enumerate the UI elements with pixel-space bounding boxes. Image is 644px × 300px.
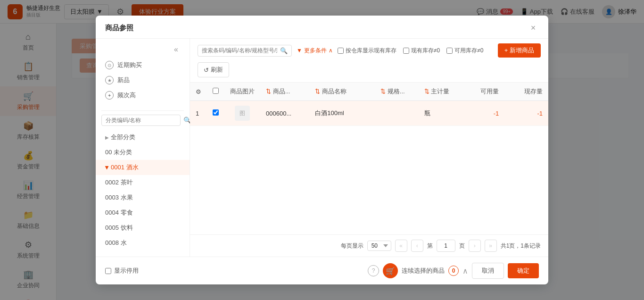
- row-unit: 瓶: [419, 101, 461, 126]
- category-item-all[interactable]: ▶ 全部分类: [96, 130, 190, 145]
- sort-icon-spec: ⇅: [380, 88, 386, 95]
- product-search-box: 🔍: [198, 45, 292, 57]
- product-reference-modal: 商品参照 × « ⊙ 近期购买 ★ 新品: [96, 16, 548, 284]
- page-number-input[interactable]: [437, 240, 455, 252]
- quick-item-frequent[interactable]: ✦ 频次高: [101, 88, 184, 103]
- category-item-0003[interactable]: 0003 水果: [96, 190, 190, 205]
- category-search-input[interactable]: [101, 115, 181, 126]
- show-disabled-checkbox[interactable]: 显示停用: [105, 267, 139, 275]
- last-page-button[interactable]: »: [485, 240, 497, 252]
- th-stock: 现存量: [504, 83, 548, 101]
- row-available: -1: [461, 101, 505, 126]
- collapse-cart-button[interactable]: ∧: [462, 267, 468, 275]
- recent-icon: ⊙: [105, 61, 114, 69]
- modal-overlay: 商品参照 × « ⊙ 近期购买 ★ 新品: [0, 0, 644, 300]
- page-size-select[interactable]: 50 10 20 100: [367, 241, 391, 251]
- category-search-row: 🔍: [96, 115, 190, 126]
- new-icon: ★: [105, 76, 114, 84]
- right-panel: 🔍 ▼ 更多条件 ∧ 按仓库显示现有库存 现: [190, 39, 548, 257]
- category-list: ▶ 全部分类 00 未分类 ▶ 0001 酒水 0002 茶叶 0003 水果: [96, 130, 190, 252]
- filter-icon: ▼: [297, 47, 302, 54]
- table-header-row: ⚙ 商品图片 ⇅ 商品...: [190, 83, 548, 101]
- th-available: 可用量: [461, 83, 505, 101]
- modal-footer: 显示停用 ? 🛒 连续选择的商品 0 ∧ 取消 确定: [96, 257, 548, 284]
- product-search-input[interactable]: [202, 47, 277, 54]
- prev-page-button[interactable]: ‹: [411, 240, 423, 252]
- quick-item-new[interactable]: ★ 新品: [101, 73, 184, 88]
- sort-icon-code: ⇅: [266, 88, 271, 95]
- category-item-0008[interactable]: 0008 水: [96, 235, 190, 250]
- modal-body: « ⊙ 近期购买 ★ 新品 ✦ 频次高: [96, 39, 548, 257]
- row-stock: -1: [504, 101, 548, 126]
- row-spec: [375, 101, 419, 126]
- th-checkbox: [207, 83, 224, 101]
- category-item-0004[interactable]: 0004 零食: [96, 205, 190, 220]
- checkbox-by-warehouse-input[interactable]: [338, 48, 344, 54]
- confirm-button[interactable]: 确定: [508, 263, 539, 278]
- th-image: 商品图片: [224, 83, 260, 101]
- cart-area: 🛒 连续选择的商品 0 ∧: [383, 263, 468, 278]
- divider: [101, 110, 184, 111]
- cart-icon[interactable]: 🛒: [383, 263, 398, 278]
- arrow-icon-all: ▶: [105, 135, 109, 140]
- checkbox-available[interactable]: 可用库存≠0: [446, 47, 483, 55]
- row-checkbox[interactable]: [207, 101, 224, 126]
- continuous-select-label: 连续选择的商品: [402, 267, 445, 275]
- product-table: ⚙ 商品图片 ⇅ 商品...: [190, 83, 548, 126]
- search-glass-icon: 🔍: [280, 47, 288, 54]
- checkbox-available-input[interactable]: [446, 48, 453, 54]
- category-item-0001[interactable]: ▶ 0001 酒水: [96, 160, 190, 175]
- category-item-0002[interactable]: 0002 茶叶: [96, 175, 190, 190]
- row-index: 1: [190, 101, 207, 126]
- th-name[interactable]: ⇅ 商品名称: [309, 83, 375, 101]
- category-item-0005[interactable]: 0005 饮料: [96, 220, 190, 235]
- category-item-0010[interactable]: 0010 家电: [96, 250, 190, 252]
- checkbox-by-warehouse[interactable]: 按仓库显示现有库存: [338, 47, 396, 55]
- modal-header: 商品参照 ×: [96, 16, 548, 39]
- page-size-label: 每页显示: [341, 242, 363, 250]
- modal-title: 商品参照: [105, 24, 133, 33]
- page-label: 第: [427, 242, 433, 250]
- add-product-button[interactable]: + 新增商品: [498, 43, 541, 58]
- select-all-checkbox[interactable]: [213, 88, 219, 94]
- cancel-button[interactable]: 取消: [472, 263, 504, 279]
- th-settings[interactable]: ⚙: [190, 83, 207, 101]
- row-check-input[interactable]: [213, 109, 219, 116]
- checkbox-has-stock[interactable]: 现有库存≠0: [403, 47, 440, 55]
- quick-access: « ⊙ 近期购买 ★ 新品 ✦ 频次高: [96, 43, 190, 103]
- pagination-bar: 每页显示 50 10 20 100 « ‹ 第 页 › » 共1页，1条记录: [190, 234, 548, 257]
- product-image-placeholder: 图: [235, 106, 250, 121]
- collapse-left-button[interactable]: «: [172, 43, 180, 56]
- refresh-button[interactable]: ↺ 刷新: [198, 62, 229, 77]
- row-name: 白酒100ml: [309, 101, 375, 126]
- row-image: 图: [224, 101, 260, 126]
- frequent-icon: ✦: [105, 91, 114, 100]
- arrow-icon-0001: ▶: [105, 166, 110, 169]
- page-suffix: 页: [459, 242, 465, 250]
- th-code[interactable]: ⇅ 商品...: [260, 83, 309, 101]
- table-row[interactable]: 1 图 000600... 白酒100ml 瓶: [190, 101, 548, 126]
- filter-bar: 🔍 ▼ 更多条件 ∧ 按仓库显示现有库存 现: [190, 39, 548, 83]
- chevron-up-icon: ∧: [329, 47, 333, 54]
- product-table-container: ⚙ 商品图片 ⇅ 商品...: [190, 83, 548, 234]
- footer-actions: ? 🛒 连续选择的商品 0 ∧ 取消 确定: [368, 263, 539, 279]
- quick-item-recent[interactable]: ⊙ 近期购买: [101, 58, 184, 73]
- category-item-00[interactable]: 00 未分类: [96, 145, 190, 160]
- total-info: 共1页，1条记录: [501, 242, 541, 250]
- more-conditions-button[interactable]: ▼ 更多条件 ∧: [297, 47, 333, 55]
- checkbox-group: 按仓库显示现有库存 现有库存≠0 可用库存≠0: [338, 47, 484, 55]
- th-unit[interactable]: ⇅ 主计量: [419, 83, 461, 101]
- modal-close-button[interactable]: ×: [528, 22, 539, 33]
- checkbox-has-stock-input[interactable]: [403, 48, 409, 54]
- show-disabled-input[interactable]: [105, 268, 111, 274]
- first-page-button[interactable]: «: [395, 240, 407, 252]
- cart-count: 0: [448, 266, 459, 276]
- sort-icon-unit: ⇅: [424, 88, 429, 95]
- th-spec[interactable]: ⇅ 规格...: [375, 83, 419, 101]
- next-page-button[interactable]: ›: [469, 240, 481, 252]
- help-button[interactable]: ?: [368, 265, 379, 276]
- row-code: 000600...: [260, 101, 309, 126]
- sort-icon-name: ⇅: [315, 88, 320, 95]
- left-panel: « ⊙ 近期购买 ★ 新品 ✦ 频次高: [96, 39, 190, 257]
- refresh-icon: ↺: [204, 67, 209, 74]
